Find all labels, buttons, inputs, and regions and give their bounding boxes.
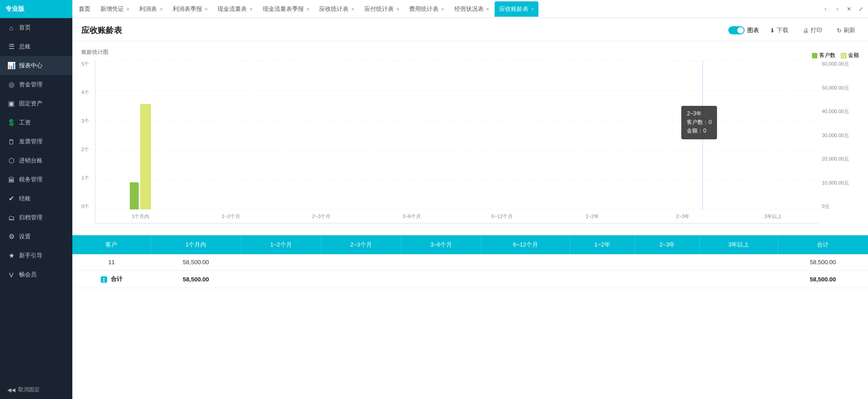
pin-label: 取消固定 [18,386,40,394]
y-label-2: 2个 [81,146,95,153]
table-row: 11 58,500.00 58,500.00 [72,254,868,271]
total-row: ∑ 合计 58,500.00 58,500.00 [72,271,868,288]
col-m3: 2~3个月 [321,235,401,254]
col-m1: 1个月内 [151,235,241,254]
tab-close-icon[interactable]: × [486,6,489,12]
switch-track [728,26,745,34]
sidebar-item-report[interactable]: 📊 报表中心 [0,56,72,75]
tab-close-icon[interactable]: × [531,6,534,12]
main-area: 首页 新增凭证 × 利润表 × 利润表季报 × 现金流量表 × 现金流量表季报 … [72,0,868,399]
purchase-icon: ⬡ [7,157,15,165]
tab-close-icon[interactable]: × [160,6,162,12]
closing-icon: ✔ [7,195,15,203]
sidebar-item-label: 结账 [19,195,31,203]
tab-ap-stat[interactable]: 应付统计表 × [360,1,404,17]
legend-amount-label: 金额 [848,52,859,59]
tab-close-icon[interactable]: × [127,6,129,12]
download-button[interactable]: ⬇ 下载 [766,24,792,36]
tab-close-icon[interactable]: × [441,6,444,12]
fund-icon: ◎ [7,81,15,89]
tab-home[interactable]: 首页 [74,1,95,17]
sidebar-item-invoice[interactable]: 🗒 发票管理 [0,132,72,151]
tab-close-icon[interactable]: × [396,6,399,12]
tab-close-icon[interactable]: × [351,6,354,12]
cell-y3plus [700,254,778,271]
total-m2 [241,271,321,288]
tab-next-btn[interactable]: › [832,4,843,14]
tab-business-stat[interactable]: 经营状况表 × [450,1,494,17]
y-axis-right: 0元 10,000.00元 20,000.00元 30,000.00元 40,0… [818,61,859,223]
tab-profit[interactable]: 利润表 × [135,1,167,17]
total-m12 [481,271,570,288]
tab-close-icon[interactable]: × [205,6,208,12]
report-icon: 📊 [7,62,15,70]
col-m2: 1~2个月 [241,235,321,254]
total-m3 [321,271,401,288]
sidebar-item-salary[interactable]: 💲 工资 [0,113,72,132]
col-total: 合计 [778,235,868,254]
cell-customer: 11 [72,254,151,271]
cell-m3 [321,254,401,271]
sidebar-item-home[interactable]: ⌂ 首页 [0,18,72,37]
tab-label: 新增凭证 [100,5,124,13]
sidebar-item-asset[interactable]: ▣ 固定资产 [0,94,72,113]
y-right-label-2: 20,000.00元 [822,156,859,162]
x-label-7: 3年以上 [728,209,818,223]
tab-profit-quarter[interactable]: 利润表季报 × [168,1,212,17]
x-label-2: 2~3个月 [276,209,367,223]
tab-fullscreen-btn[interactable]: ⤢ [855,4,866,14]
home-icon: ⌂ [7,24,15,32]
header-actions: 图表 ⬇ 下载 🖨 打印 ↻ 刷新 [728,24,859,36]
y-right-label-4: 40,000.00元 [822,108,859,115]
sidebar-item-ledger[interactable]: ☰ 总账 [0,37,72,56]
refresh-label: 刷新 [844,26,855,34]
y-label-0: 0个 [81,203,95,210]
tab-label: 经营状况表 [454,5,484,13]
legend-customer: 客户数 [812,52,835,59]
total-y3plus [700,271,778,288]
tab-expense-stat[interactable]: 费用统计表 × [405,1,448,17]
sidebar-item-closing[interactable]: ✔ 结账 [0,189,72,208]
sidebar-item-label: 税务管理 [19,176,42,184]
tab-close-icon[interactable]: × [307,6,309,12]
pin-toggle[interactable]: ◀◀ 取消固定 [0,380,72,399]
tab-cashflow-quarter[interactable]: 现金流量表季报 × [258,1,314,17]
sidebar-item-fund[interactable]: ◎ 资金管理 [0,75,72,94]
total-icon: ∑ [101,276,107,283]
legend-customer-dot [812,53,817,58]
chart-main: 1个月内 1~2个月 2~3个月 3~6个月 6~12个月 1~2年 2~3年 … [95,61,818,223]
sidebar-item-tax[interactable]: 🏛 税务管理 [0,170,72,189]
sidebar-item-label: 归档管理 [19,214,42,222]
refresh-button[interactable]: ↻ 刷新 [833,24,859,36]
legend-amount-dot [841,53,846,58]
sidebar-item-label: 总账 [19,43,31,51]
sidebar-item-archive[interactable]: 🗂 归档管理 [0,208,72,227]
print-label: 打印 [811,26,822,34]
sidebar-item-settings[interactable]: ⚙ 设置 [0,227,72,246]
y-right-label-6: 60,000.00元 [822,61,859,67]
y-label-1: 1个 [81,175,95,181]
sidebar-item-member[interactable]: V 畅会员 [0,265,72,284]
sidebar-item-label: 资金管理 [19,81,42,89]
y-right-label-1: 10,000.00元 [822,180,859,186]
sidebar-item-guide[interactable]: ★ 新手引导 [0,246,72,265]
sidebar: 专业版 ⌂ 首页 ☰ 总账 📊 报表中心 ◎ 资金管理 ▣ 固定资产 💲 工资 … [0,0,72,399]
content-area: 应收账龄表 图表 ⬇ 下载 🖨 打印 ↻ 刷新 [72,18,868,399]
tab-ar-aging[interactable]: 应收账龄表 × [495,1,538,17]
total-text: 合计 [111,276,123,282]
tab-prev-btn[interactable]: ‹ [820,4,831,14]
y-right-label-0: 0元 [822,203,859,210]
tab-ar-stat[interactable]: 应收统计表 × [315,1,359,17]
sidebar-item-purchase[interactable]: ⬡ 进销台账 [0,151,72,170]
tab-label: 利润表季报 [173,5,202,13]
tab-close-all-btn[interactable]: ✕ [844,4,854,14]
tab-label: 应收账龄表 [499,5,528,13]
tab-label: 现金流量表季报 [263,5,304,13]
tab-close-icon[interactable]: × [250,6,252,12]
archive-icon: 🗂 [7,214,15,222]
tab-voucher[interactable]: 新增凭证 × [96,1,134,17]
print-button[interactable]: 🖨 打印 [799,24,826,36]
tab-cashflow[interactable]: 现金流量表 × [213,1,257,17]
chart-toggle[interactable]: 图表 [728,26,759,34]
cell-m6 [401,254,481,271]
